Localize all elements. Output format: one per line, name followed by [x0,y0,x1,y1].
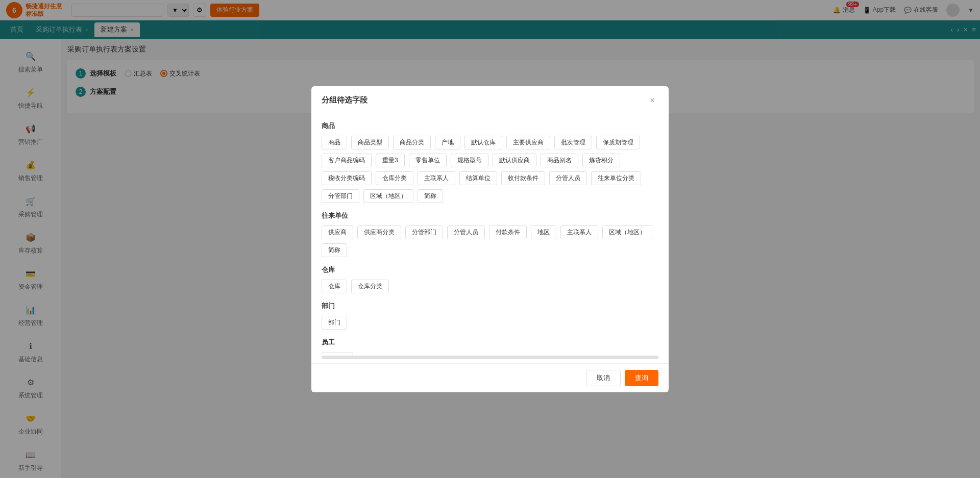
field-tag-0-18[interactable]: 结算单位 [459,171,497,185]
field-tag-2-1[interactable]: 仓库分类 [351,280,389,293]
section-title-2: 仓库 [322,265,658,274]
field-tag-0-24[interactable]: 简称 [418,189,443,203]
field-grid-3: 部门 [322,316,658,330]
field-tag-0-5[interactable]: 主要供应商 [506,136,550,149]
field-tag-0-4[interactable]: 默认仓库 [464,136,502,149]
field-tag-1-0[interactable]: 供应商 [322,225,353,239]
field-tag-0-23[interactable]: 区域（地区） [363,189,413,203]
field-tag-3-0[interactable]: 部门 [322,316,347,330]
field-tag-0-7[interactable]: 保质期管理 [596,136,640,149]
modal-hscroll[interactable] [322,356,658,359]
section-title-0: 商品 [322,121,658,131]
field-tag-0-20[interactable]: 分管人员 [549,171,587,185]
modal-header: 分组待选字段 × [311,86,669,113]
section-title-4: 员工 [322,338,658,347]
confirm-button[interactable]: 查询 [625,370,658,386]
section-title-3: 部门 [322,301,658,311]
field-tag-0-0[interactable]: 商品 [322,136,347,149]
field-tag-0-15[interactable]: 税收分类编码 [322,171,372,185]
field-tag-0-17[interactable]: 主联系人 [418,171,455,185]
modal-overlay[interactable]: 分组待选字段 × 商品商品商品类型商品分类产地默认仓库主要供应商批次管理保质期管… [0,0,980,478]
field-tag-1-6[interactable]: 主联系人 [560,225,598,239]
modal-footer: 取消 查询 [311,363,669,392]
field-tag-0-19[interactable]: 收付款条件 [501,171,545,185]
field-grid-0: 商品商品类型商品分类产地默认仓库主要供应商批次管理保质期管理客户商品编码重量3零… [322,136,658,203]
field-grid-2: 仓库仓库分类 [322,280,658,293]
field-tag-0-6[interactable]: 批次管理 [554,136,592,149]
field-tag-1-2[interactable]: 分管部门 [405,225,443,239]
field-grid-4: 业务员 [322,352,658,356]
field-tag-0-14[interactable]: 炼货积分 [582,154,620,167]
field-tag-1-4[interactable]: 付款条件 [489,225,527,239]
field-tag-0-10[interactable]: 零售单位 [409,154,447,167]
field-tag-2-0[interactable]: 仓库 [322,280,347,293]
field-tag-1-8[interactable]: 简称 [322,243,347,257]
section-title-1: 往来单位 [322,211,658,220]
field-tag-0-3[interactable]: 产地 [435,136,460,149]
field-tag-0-1[interactable]: 商品类型 [351,136,389,149]
field-tag-1-1[interactable]: 供应商分类 [357,225,401,239]
field-tag-0-8[interactable]: 客户商品编码 [322,154,372,167]
modal-title: 分组待选字段 [322,95,368,105]
field-tag-0-21[interactable]: 往来单位分类 [591,171,641,185]
field-tag-4-0[interactable]: 业务员 [322,352,353,356]
field-tag-1-5[interactable]: 地区 [531,225,556,239]
modal: 分组待选字段 × 商品商品商品类型商品分类产地默认仓库主要供应商批次管理保质期管… [311,86,669,392]
field-tag-0-12[interactable]: 默认供应商 [493,154,536,167]
cancel-button[interactable]: 取消 [586,370,621,386]
field-tag-0-16[interactable]: 仓库分类 [376,171,413,185]
modal-body: 商品商品商品类型商品分类产地默认仓库主要供应商批次管理保质期管理客户商品编码重量… [311,113,669,356]
field-tag-0-11[interactable]: 规格型号 [451,154,488,167]
field-grid-1: 供应商供应商分类分管部门分管人员付款条件地区主联系人区域（地区）简称 [322,225,658,257]
field-tag-0-13[interactable]: 商品别名 [541,154,578,167]
field-tag-1-7[interactable]: 区域（地区） [602,225,652,239]
modal-close-button[interactable]: × [646,94,658,107]
field-tag-0-2[interactable]: 商品分类 [393,136,431,149]
field-tag-0-22[interactable]: 分管部门 [322,189,359,203]
field-tag-0-9[interactable]: 重量3 [376,154,405,167]
field-tag-1-3[interactable]: 分管人员 [447,225,485,239]
